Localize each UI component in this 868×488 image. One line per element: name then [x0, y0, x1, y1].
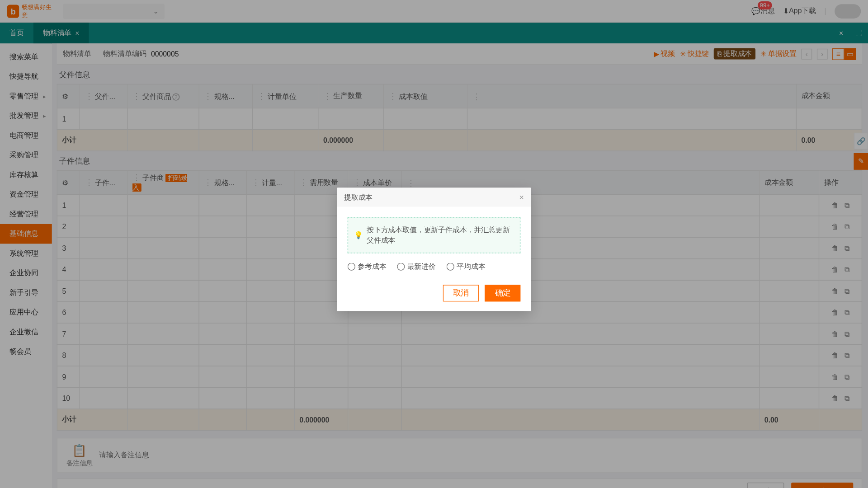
cost-basis-radios: 参考成本 最新进价 平均成本: [348, 262, 520, 272]
modal-title: 提取成本: [344, 192, 373, 202]
close-icon[interactable]: ×: [519, 192, 524, 202]
radio-reference-cost[interactable]: 参考成本: [348, 262, 387, 272]
radio-average-cost[interactable]: 平均成本: [447, 262, 486, 272]
cancel-button[interactable]: 取消: [443, 285, 479, 301]
extract-cost-modal: 提取成本 × 💡 按下方成本取值，更新子件成本，并汇总更新父件成本 参考成本 最…: [337, 188, 531, 311]
lightbulb-icon: 💡: [354, 231, 363, 239]
modal-header: 提取成本 ×: [337, 188, 531, 206]
modal-hint: 💡 按下方成本取值，更新子件成本，并汇总更新父件成本: [348, 217, 520, 253]
radio-latest-purchase[interactable]: 最新进价: [397, 262, 436, 272]
ok-button[interactable]: 确定: [485, 285, 520, 301]
